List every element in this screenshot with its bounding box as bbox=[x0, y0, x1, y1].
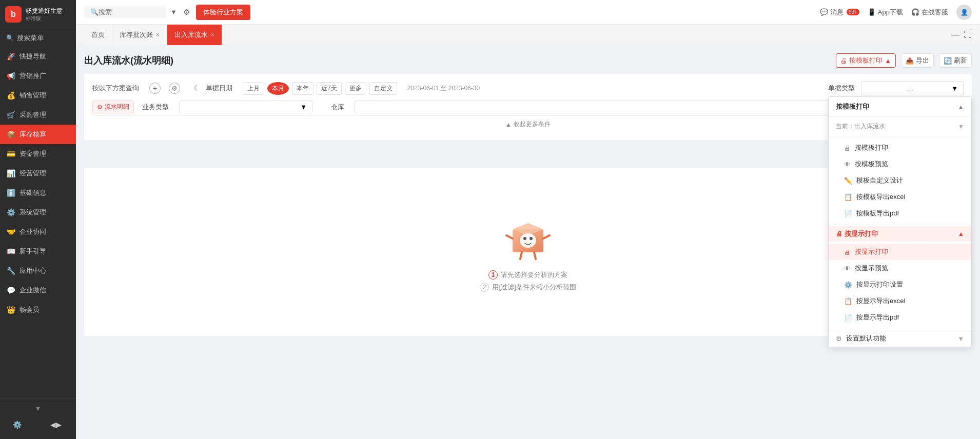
print-label: 按模板打印 bbox=[849, 56, 883, 65]
date-custom-btn[interactable]: 自定义 bbox=[369, 82, 397, 95]
divider-1 bbox=[829, 136, 971, 136]
type-select[interactable]: ... ▼ bbox=[861, 81, 964, 95]
display-preview-label: 按显示预览 bbox=[855, 264, 888, 273]
sidebar-settings-btn[interactable]: ⚙️ bbox=[6, 416, 32, 433]
filter-section-label: 按以下方案查询 bbox=[92, 84, 139, 93]
tab-inventory-batch-close[interactable]: × bbox=[156, 31, 160, 38]
service-icon: 🎧 bbox=[911, 8, 919, 16]
sidebar-item-purchase[interactable]: 🛒 采购管理 bbox=[0, 105, 76, 125]
set-default-chevron: ▼ bbox=[957, 335, 964, 343]
sidebar-scroll-down[interactable]: ▼ bbox=[0, 403, 76, 414]
settings-icon: ⚙️ bbox=[12, 421, 22, 429]
member-icon: 👑 bbox=[6, 306, 15, 314]
dropdown-item-template-design[interactable]: ✏️ 模板自定义设计 bbox=[829, 172, 971, 189]
template-preview-label: 按模板预览 bbox=[855, 159, 888, 169]
online-service-btn[interactable]: 🎧 在线客服 bbox=[911, 8, 948, 17]
date-range-text: 2023-06-01 至 2023-06-30 bbox=[407, 84, 480, 93]
collapse-icon: ▲ bbox=[505, 121, 512, 128]
template-design-icon: ✏️ bbox=[844, 177, 852, 185]
export-btn[interactable]: 📤 导出 bbox=[901, 53, 934, 68]
current-chevron[interactable]: ▼ bbox=[958, 123, 964, 130]
business-type-label: 业务类型 bbox=[142, 103, 169, 112]
type-label: 单据类型 bbox=[828, 84, 855, 93]
sales-icon: 💰 bbox=[6, 91, 15, 99]
sidebar-item-basics[interactable]: ℹ️ 基础信息 bbox=[0, 183, 76, 203]
tab-home[interactable]: 首页 bbox=[84, 25, 112, 45]
dropdown-item-display-preview[interactable]: 👁 按显示预览 bbox=[829, 260, 971, 276]
sidebar-item-apps[interactable]: 🔧 应用中心 bbox=[0, 261, 76, 281]
search-input[interactable] bbox=[99, 8, 160, 16]
search-dropdown-btn[interactable]: ▼ bbox=[170, 8, 177, 16]
tab-inventory-batch[interactable]: 库存批次账 × bbox=[112, 25, 167, 45]
sidebar-item-system[interactable]: ⚙️ 系统管理 bbox=[0, 203, 76, 222]
tab-minimize-btn[interactable]: — bbox=[951, 30, 959, 39]
sidebar-item-finance[interactable]: 💳 资金管理 bbox=[0, 144, 76, 164]
sidebar-item-label: 系统管理 bbox=[19, 208, 46, 217]
search-icon: 🔍 bbox=[90, 8, 99, 16]
dropdown-current-section: 当前：出入库流水 ▼ bbox=[829, 117, 971, 135]
quick-nav-icon: 🚀 bbox=[6, 52, 15, 61]
global-search[interactable]: 🔍 bbox=[84, 6, 166, 18]
filter-collapse-icon[interactable]: 《 bbox=[190, 84, 198, 93]
dropdown-item-template-pdf[interactable]: 📄 按模板导出pdf bbox=[829, 205, 971, 222]
sidebar-item-collab[interactable]: 🤝 企业协同 bbox=[0, 222, 76, 242]
message-btn[interactable]: 💬 消息 99+ bbox=[820, 8, 859, 17]
empty-illustration bbox=[502, 209, 554, 260]
sidebar-item-label: 应用中心 bbox=[19, 266, 46, 275]
tab-expand-btn[interactable]: ⛶ bbox=[964, 30, 972, 39]
display-print-icon: 🖨 bbox=[836, 230, 842, 237]
tab-inout-flow[interactable]: 出入库流水 × bbox=[167, 25, 222, 45]
date-prev-month-btn[interactable]: 上月 bbox=[243, 82, 264, 95]
tab-inout-flow-close[interactable]: × bbox=[211, 31, 214, 38]
print-dropdown-panel: 按模板打印 ▲ 当前：出入库流水 ▼ 🖨 按模板打印 bbox=[828, 96, 972, 347]
date-cur-month-btn[interactable]: 本月 bbox=[267, 82, 289, 95]
sidebar-item-wechat[interactable]: 💬 企业微信 bbox=[0, 281, 76, 300]
dropdown-item-template-preview[interactable]: 👁 按模板预览 bbox=[829, 156, 971, 172]
header-gear-icon[interactable]: ⚙ bbox=[183, 8, 190, 17]
type-select-more[interactable]: ... bbox=[907, 84, 913, 93]
sidebar-item-operations[interactable]: 📊 经营管理 bbox=[0, 164, 76, 183]
svg-line-8 bbox=[534, 252, 536, 259]
sidebar-item-member[interactable]: 👑 畅会员 bbox=[0, 300, 76, 320]
dropdown-chevron-up[interactable]: ▲ bbox=[957, 103, 964, 111]
dropdown-current-header: 当前：出入库流水 ▼ bbox=[829, 119, 971, 133]
page-title: 出入库流水(流水明细) bbox=[84, 54, 173, 67]
user-avatar[interactable]: 👤 bbox=[956, 5, 972, 20]
date-7days-btn[interactable]: 近7天 bbox=[317, 82, 342, 95]
guide-icon: 📖 bbox=[6, 247, 15, 255]
industry-btn[interactable]: 体验行业方案 bbox=[196, 5, 250, 20]
dropdown-item-display-excel[interactable]: 📋 按显示导出excel bbox=[829, 293, 971, 309]
app-download-btn[interactable]: 📱 App下载 bbox=[868, 8, 903, 17]
sidebar-item-inventory[interactable]: 📦 库存核算 bbox=[0, 125, 76, 144]
sidebar-item-label: 新手引导 bbox=[19, 247, 46, 256]
sidebar-item-quick-nav[interactable]: 🚀 快捷导航 bbox=[0, 47, 76, 66]
template-preview-icon: 👁 bbox=[844, 161, 851, 168]
date-more-btn[interactable]: 更多 bbox=[345, 82, 366, 95]
date-year-btn[interactable]: 本年 bbox=[292, 82, 313, 95]
divider-2 bbox=[829, 225, 971, 225]
sidebar-item-sales[interactable]: 💰 销售管理 bbox=[0, 86, 76, 105]
dropdown-item-template-excel[interactable]: 📋 按模板导出excel bbox=[829, 189, 971, 205]
refresh-label: 刷新 bbox=[954, 56, 967, 65]
set-default-icon: ⚙ bbox=[836, 335, 842, 343]
dropdown-item-template-print[interactable]: 🖨 按模板打印 bbox=[829, 139, 971, 156]
main-area: 🔍 ▼ ⚙ 体验行业方案 💬 消息 99+ 📱 App下载 🎧 在线客服 👤 bbox=[76, 0, 980, 439]
filter-settings-btn[interactable]: ⚙ bbox=[169, 83, 180, 94]
sidebar-item-guide[interactable]: 📖 新手引导 bbox=[0, 242, 76, 261]
page-content: 出入库流水(流水明细) 🖨 按模板打印 ▲ 📤 导出 🔄 刷新 bbox=[76, 45, 980, 439]
print-template-btn[interactable]: 🖨 按模板打印 ▲ bbox=[836, 53, 896, 68]
sidebar-search[interactable]: 🔍 搜索菜单 bbox=[0, 29, 76, 47]
dropdown-item-display-settings[interactable]: ⚙️ 按显示打印设置 bbox=[829, 276, 971, 293]
business-type-select[interactable]: ▼ bbox=[179, 101, 312, 113]
dropdown-item-set-default[interactable]: ⚙ 设置默认功能 ▼ bbox=[829, 330, 971, 347]
sidebar-item-marketing[interactable]: 📢 营销推广 bbox=[0, 66, 76, 86]
dropdown-item-display-pdf[interactable]: 📄 按显示导出pdf bbox=[829, 309, 971, 326]
display-section-chevron[interactable]: ▲ bbox=[958, 230, 964, 237]
svg-line-5 bbox=[506, 235, 513, 238]
sidebar-item-label: 营销推广 bbox=[19, 71, 46, 81]
display-settings-icon: ⚙️ bbox=[844, 281, 852, 289]
dropdown-item-display-print[interactable]: 🖨 按显示打印 bbox=[829, 244, 971, 260]
filter-add-btn[interactable]: + bbox=[149, 83, 161, 94]
refresh-btn[interactable]: 🔄 刷新 bbox=[939, 53, 972, 68]
sidebar-collapse-btn[interactable]: ◀▶ bbox=[44, 416, 70, 433]
